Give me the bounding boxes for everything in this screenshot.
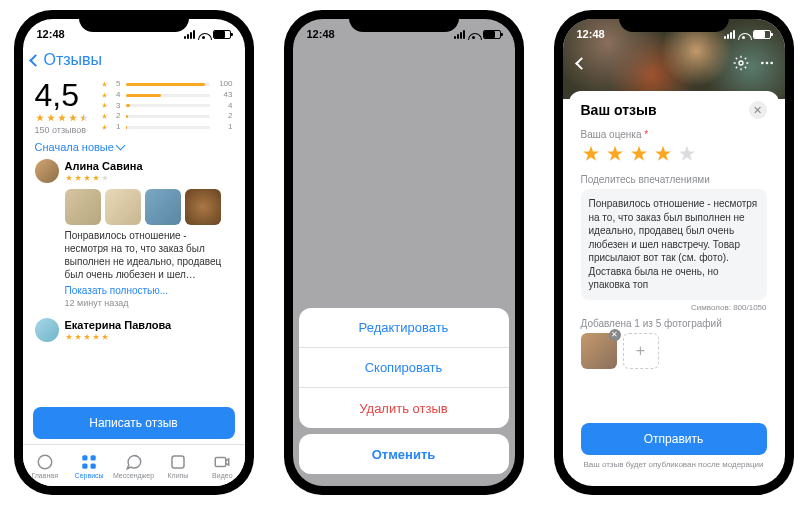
- action-copy[interactable]: Скопировать: [299, 348, 509, 388]
- svg-point-9: [765, 62, 768, 65]
- battery-icon: [483, 30, 501, 39]
- status-icons: [724, 28, 771, 40]
- moderation-note: Ваш отзыв будет опубликован после модера…: [581, 460, 767, 470]
- back-icon[interactable]: [575, 57, 588, 70]
- sort-button[interactable]: Сначала новые: [23, 135, 245, 157]
- chevron-down-icon: [115, 141, 125, 151]
- action-edit[interactable]: Редактировать: [299, 308, 509, 348]
- battery-icon: [213, 30, 231, 39]
- status-icons: [454, 28, 501, 40]
- clock: 12:48: [37, 28, 65, 40]
- review-form: Ваш отзыв ✕ Ваша оценка * Поделитесь впе…: [569, 91, 779, 480]
- svg-rect-5: [172, 456, 184, 468]
- action-sheet: Редактировать Скопировать Удалить отзыв …: [299, 308, 509, 480]
- show-more-button[interactable]: Показать полностью...: [65, 285, 233, 296]
- review-photo[interactable]: [105, 189, 141, 225]
- clock: 12:48: [307, 28, 335, 40]
- review-text: Понравилось отношение - несмотря на то, …: [65, 229, 233, 281]
- reviewer-name[interactable]: Екатерина Павлова: [65, 319, 172, 331]
- rating-input[interactable]: [581, 144, 767, 164]
- rating-breakdown: 5100443342211: [95, 79, 233, 135]
- close-icon[interactable]: ✕: [749, 101, 767, 119]
- review-time: 12 минут назад: [65, 298, 233, 308]
- review-textarea[interactable]: Понравилось отношение - несмотря на то, …: [581, 189, 767, 300]
- avatar[interactable]: [35, 159, 59, 183]
- svg-rect-3: [82, 463, 87, 468]
- back-icon[interactable]: [29, 54, 42, 67]
- wifi-icon: [468, 28, 480, 40]
- page-title[interactable]: Отзывы: [44, 51, 103, 69]
- svg-point-8: [761, 62, 764, 65]
- clock: 12:48: [577, 28, 605, 40]
- review-photo[interactable]: [65, 189, 101, 225]
- delete-photo-icon[interactable]: ✕: [609, 329, 621, 341]
- review-stars: [65, 174, 143, 182]
- more-icon[interactable]: [759, 55, 775, 71]
- review-photo[interactable]: [185, 189, 221, 225]
- tab-clips[interactable]: Клипы: [156, 445, 200, 486]
- svg-point-10: [770, 62, 773, 65]
- action-delete[interactable]: Удалить отзыв: [299, 388, 509, 428]
- svg-rect-1: [82, 455, 87, 460]
- gear-icon[interactable]: [733, 55, 749, 71]
- avatar[interactable]: [35, 318, 59, 342]
- photos-label: Добавлена 1 из 5 фотографий: [581, 318, 767, 329]
- svg-rect-6: [216, 457, 227, 466]
- wifi-icon: [738, 28, 750, 40]
- svg-point-0: [38, 455, 52, 469]
- reviewer-name[interactable]: Алина Савина: [65, 160, 143, 172]
- card-title: Ваш отзыв: [581, 102, 657, 118]
- status-icons: [184, 28, 231, 40]
- rating-stars: [35, 113, 89, 123]
- reviews-count: 150 отзывов: [35, 125, 89, 135]
- char-count: Символов: 800/1050: [581, 303, 767, 312]
- battery-icon: [753, 30, 771, 39]
- tab-services[interactable]: Сервисы: [67, 445, 111, 486]
- rating-score: 4,5: [35, 79, 89, 111]
- uploaded-photo[interactable]: ✕: [581, 333, 617, 369]
- svg-rect-2: [91, 455, 96, 460]
- tab-home[interactable]: Главная: [23, 445, 67, 486]
- tab-messenger[interactable]: Мессенджер: [111, 445, 155, 486]
- review-photo[interactable]: [145, 189, 181, 225]
- svg-point-7: [739, 61, 743, 65]
- rating-label: Ваша оценка *: [581, 129, 767, 140]
- add-photo-button[interactable]: +: [623, 333, 659, 369]
- tab-bar: Главная Сервисы Мессенджер Клипы Видео: [23, 444, 245, 486]
- signal-icon: [724, 30, 735, 39]
- action-cancel[interactable]: Отменить: [299, 434, 509, 474]
- signal-icon: [184, 30, 195, 39]
- submit-button[interactable]: Отправить: [581, 423, 767, 455]
- svg-rect-4: [91, 463, 96, 468]
- wifi-icon: [198, 28, 210, 40]
- review-stars: [65, 333, 172, 341]
- impressions-label: Поделитесь впечатлениями: [581, 174, 767, 185]
- write-review-button[interactable]: Написать отзыв: [33, 407, 235, 439]
- tab-video[interactable]: Видео: [200, 445, 244, 486]
- signal-icon: [454, 30, 465, 39]
